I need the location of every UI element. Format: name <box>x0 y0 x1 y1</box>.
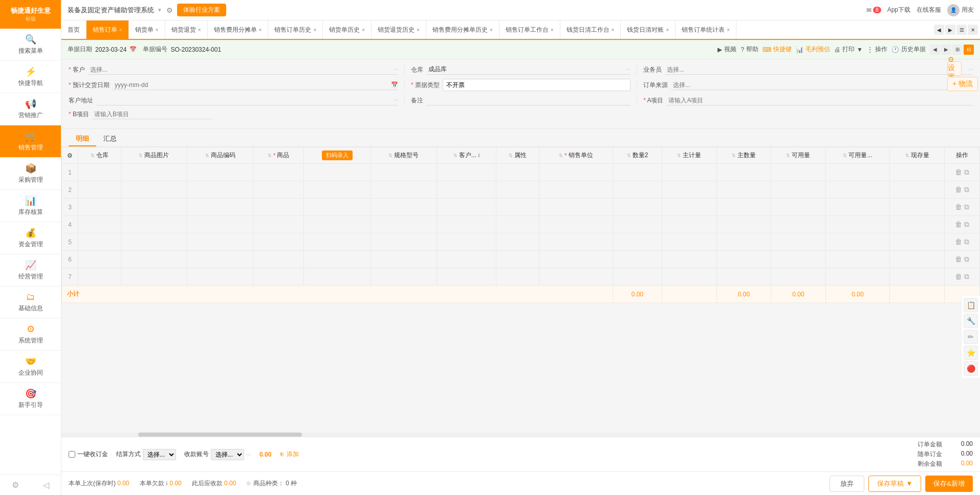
tab-sales-expense[interactable]: 销售费用分摊单 × <box>208 20 269 39</box>
cell-0[interactable] <box>78 199 121 216</box>
tab-sales-goods[interactable]: 销货单 × <box>129 20 165 39</box>
sidebar-item-marketing[interactable]: 📢 营销推广 <box>0 93 61 125</box>
nav-prev-btn[interactable]: ◀ <box>934 25 944 35</box>
tab-expense-history[interactable]: 销售费用分摊单历史 × <box>426 20 499 39</box>
cell-13[interactable] <box>825 164 890 181</box>
delivery-input[interactable] <box>113 80 390 90</box>
sidebar-item-search[interactable]: 🔍 搜索菜单 <box>0 29 61 61</box>
cell-4[interactable] <box>303 164 371 181</box>
delivery-calendar-icon[interactable]: 📅 <box>391 81 398 88</box>
account-select[interactable]: 选择... <box>211 449 244 460</box>
cell-8[interactable] <box>539 181 613 199</box>
rp-tool-btn[interactable]: 🔧 <box>964 314 978 328</box>
tab-goods-history[interactable]: 销货单历史 × <box>323 20 372 39</box>
copy-row-icon[interactable]: ⧉ <box>964 255 969 263</box>
sort-icon[interactable]: ⇅ <box>91 153 95 158</box>
cell-6[interactable] <box>437 164 496 181</box>
cell-8[interactable] <box>539 216 613 233</box>
cell-12[interactable] <box>771 268 826 286</box>
tab-close-goods-history[interactable]: × <box>362 27 365 33</box>
cell-10[interactable] <box>662 181 717 199</box>
copy-row-icon[interactable]: ⧉ <box>964 220 969 228</box>
sort-icon[interactable]: ⇅ <box>388 153 393 158</box>
order-source-input[interactable] <box>671 80 973 90</box>
tab-workbench[interactable]: 销售订单工作台 × <box>499 20 560 39</box>
cell-3[interactable] <box>253 164 303 181</box>
sidebar-item-system[interactable]: ⚙ 系统管理 <box>0 318 61 351</box>
cell-11[interactable] <box>716 251 771 268</box>
delete-icon[interactable]: 🗑 <box>955 272 962 281</box>
tab-stats[interactable]: 销售订单统计表 × <box>676 20 736 39</box>
customer-input[interactable] <box>88 65 393 74</box>
sidebar-item-sales[interactable]: 🛒 销售管理 <box>0 125 61 158</box>
tab-sales-order-history[interactable]: 销售订单历史 × <box>268 20 323 39</box>
sidebar-item-finance[interactable]: 💰 资金管理 <box>0 222 61 254</box>
cell-13[interactable] <box>825 181 890 199</box>
cell-11[interactable] <box>716 199 771 216</box>
preview-action[interactable]: ▶ 视频 <box>717 45 736 54</box>
cell-14[interactable] <box>890 181 945 199</box>
delete-icon[interactable]: 🗑 <box>955 238 962 246</box>
cell-8[interactable] <box>539 199 613 216</box>
doc-active-btn[interactable]: ⊟ <box>964 45 974 55</box>
cell-3[interactable] <box>253 181 303 199</box>
print-action[interactable]: 🖨 打印 ▼ <box>834 45 863 54</box>
cell-3[interactable] <box>253 199 303 216</box>
cell-1[interactable] <box>121 233 187 251</box>
cell-14[interactable] <box>890 251 945 268</box>
cell-11[interactable] <box>716 216 771 233</box>
sort-icon[interactable]: ⇅ <box>732 153 736 158</box>
cell-10[interactable] <box>662 233 717 251</box>
help-action[interactable]: ? 帮助 <box>741 45 758 54</box>
cell-8[interactable] <box>539 233 613 251</box>
cell-9[interactable] <box>613 233 662 251</box>
cell-12[interactable] <box>771 233 826 251</box>
cell-1[interactable] <box>121 181 187 199</box>
cell-7[interactable] <box>496 251 539 268</box>
rp-copy-btn[interactable]: 📋 <box>964 298 978 312</box>
nav-menu-btn[interactable]: ☰ <box>956 25 967 35</box>
cell-2[interactable] <box>187 233 253 251</box>
cell-1[interactable] <box>121 216 187 233</box>
cell-5[interactable] <box>371 216 437 233</box>
save-new-btn[interactable]: 保存&新增 <box>925 476 973 492</box>
cell-1[interactable] <box>121 164 187 181</box>
system-dropdown-icon[interactable]: ▼ <box>157 7 162 13</box>
cell-12[interactable] <box>771 199 826 216</box>
tab-close-daily-workbench[interactable]: × <box>612 27 615 33</box>
cell-12[interactable] <box>771 181 826 199</box>
ticket-select[interactable]: 不开票 增值税普通发票 增值税专用发票 <box>443 79 630 91</box>
tab-close-return-history[interactable]: × <box>417 27 420 33</box>
cell-4[interactable] <box>303 181 371 199</box>
cell-2[interactable] <box>187 251 253 268</box>
cell-7[interactable] <box>496 164 539 181</box>
cell-10[interactable] <box>662 216 717 233</box>
doc-prev-btn[interactable]: ◀ <box>930 45 940 55</box>
online-service-btn[interactable]: 在线客服 <box>917 6 941 14</box>
settings-icon[interactable]: ⚙ <box>12 480 19 490</box>
cell-2[interactable] <box>187 216 253 233</box>
app-download-btn[interactable]: App下载 <box>887 6 910 14</box>
delete-icon[interactable]: 🗑 <box>955 220 962 228</box>
cell-9[interactable] <box>613 199 662 216</box>
cell-4[interactable] <box>303 199 371 216</box>
a-project-input[interactable] <box>666 96 973 105</box>
cell-0[interactable] <box>78 268 121 286</box>
copy-row-icon[interactable]: ⧉ <box>964 168 969 176</box>
rp-settings-btn[interactable]: ⚙ 设置 <box>947 61 962 76</box>
cell-0[interactable] <box>78 251 121 268</box>
cell-6[interactable] <box>437 233 496 251</box>
cell-12[interactable] <box>771 251 826 268</box>
delete-icon[interactable]: 🗑 <box>955 168 962 176</box>
cell-5[interactable] <box>371 164 437 181</box>
sidebar-item-guide[interactable]: 🎯 新手引导 <box>0 383 61 415</box>
save-draft-btn[interactable]: 保存草稿 ▼ <box>868 476 921 492</box>
cell-8[interactable] <box>539 268 613 286</box>
scrollbar-thumb[interactable] <box>138 433 302 437</box>
sidebar-item-inventory[interactable]: 📊 库存核算 <box>0 190 61 222</box>
operation-action[interactable]: ⋮ 操作 <box>867 45 887 54</box>
rp-add-btn[interactable]: + 物流 <box>947 77 978 91</box>
delete-icon[interactable]: 🗑 <box>955 185 962 193</box>
save-draft-dropdown-icon[interactable]: ▼ <box>906 480 912 487</box>
discard-btn[interactable]: 放弃 <box>830 476 864 492</box>
